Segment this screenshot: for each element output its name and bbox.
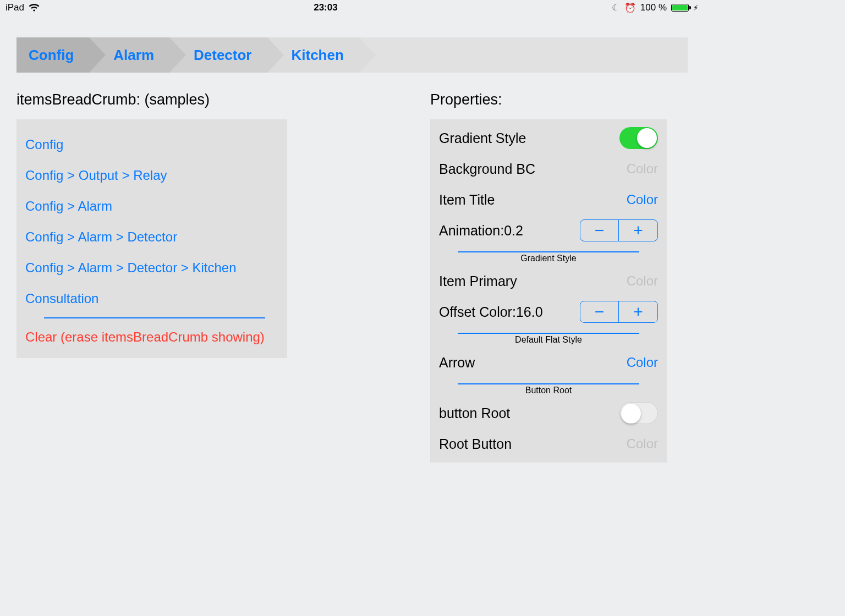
section-caption: Gradient Style (439, 254, 658, 263)
prop-item-title: Item Title Color (439, 184, 658, 215)
sample-item[interactable]: Config > Alarm (25, 191, 284, 222)
sample-item[interactable]: Config > Alarm > Detector (25, 222, 284, 252)
alarm-clock-icon: ⏰ (624, 2, 636, 14)
status-time: 23:03 (314, 2, 337, 13)
root-button-color-button[interactable]: Color (627, 436, 658, 452)
prop-item-primary: Item Primary Color (439, 266, 658, 296)
section-caption: Default Flat Style (439, 335, 658, 345)
arrow-color-button[interactable]: Color (627, 355, 658, 370)
sample-item[interactable]: Config > Alarm > Detector > Kitchen (25, 252, 284, 283)
prop-label: Item Primary (439, 273, 517, 289)
offset-increment-button[interactable]: + (619, 301, 657, 322)
prop-label: Root Button (439, 436, 512, 452)
prop-label: Gradient Style (439, 130, 526, 146)
button-root-toggle[interactable] (619, 402, 658, 424)
background-bc-color-button[interactable]: Color (627, 161, 658, 177)
moon-icon: ☾ (612, 2, 620, 14)
animation-decrement-button[interactable]: − (580, 220, 619, 241)
divider (458, 383, 639, 384)
sample-item[interactable]: Config > Output > Relay (25, 160, 284, 191)
battery-icon (671, 4, 689, 12)
samples-list: Config Config > Output > Relay Config > … (17, 119, 287, 358)
item-title-color-button[interactable]: Color (627, 192, 658, 207)
prop-label: Background BC (439, 161, 535, 177)
prop-label: button Root (439, 405, 510, 421)
prop-label: Animation:0.2 (439, 223, 523, 239)
offset-color-stepper: − + (580, 301, 658, 323)
divider (458, 251, 639, 252)
clear-button[interactable]: Clear (erase itemsBreadCrumb showing) (25, 322, 284, 353)
prop-label: Offset Color:16.0 (439, 304, 543, 320)
battery-percent: 100 % (640, 2, 667, 13)
offset-decrement-button[interactable]: − (580, 301, 619, 322)
prop-background-bc: Background BC Color (439, 153, 658, 184)
properties-heading: Properties: (430, 91, 667, 108)
divider (458, 333, 639, 334)
breadcrumb-label: Detector (194, 47, 251, 64)
device-label: iPad (6, 2, 24, 13)
prop-arrow: Arrow Color (439, 347, 658, 378)
prop-root-button: Root Button Color (439, 428, 658, 459)
animation-increment-button[interactable]: + (619, 220, 657, 241)
samples-heading: itemsBreadCrumb: (samples) (17, 91, 287, 108)
wifi-icon (29, 4, 40, 12)
section-caption: Button Root (439, 386, 658, 395)
animation-stepper: − + (580, 219, 658, 241)
gradient-style-toggle[interactable] (619, 127, 658, 149)
charging-bolt-icon: ⚡︎ (693, 4, 699, 12)
prop-label: Item Title (439, 192, 495, 208)
divider (44, 317, 265, 318)
breadcrumb-label: Kitchen (292, 47, 344, 64)
breadcrumb: Config Alarm Detector Kitchen (17, 37, 688, 73)
status-bar: iPad 23:03 ☾ ⏰ 100 % ⚡︎ (0, 0, 704, 15)
prop-button-root: button Root (439, 398, 658, 428)
prop-offset-color: Offset Color:16.0 − + (439, 296, 658, 327)
prop-gradient-style: Gradient Style (439, 123, 658, 153)
sample-item[interactable]: Config (25, 129, 284, 160)
breadcrumb-label: Alarm (113, 47, 154, 64)
breadcrumb-item-config[interactable]: Config (17, 37, 89, 73)
sample-item[interactable]: Consultation (25, 283, 284, 314)
item-primary-color-button[interactable]: Color (627, 273, 658, 289)
prop-animation: Animation:0.2 − + (439, 215, 658, 246)
prop-label: Arrow (439, 355, 475, 371)
properties-list: Gradient Style Background BC Color Item … (430, 119, 667, 463)
breadcrumb-label: Config (29, 47, 74, 64)
